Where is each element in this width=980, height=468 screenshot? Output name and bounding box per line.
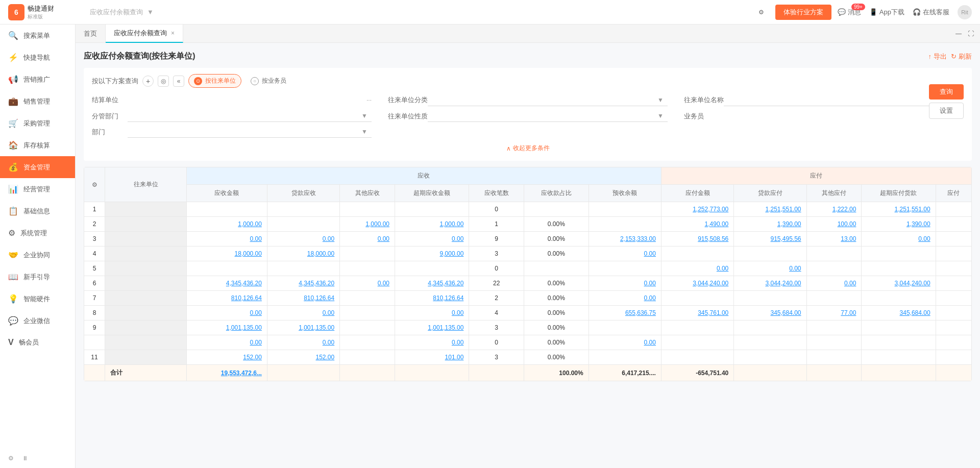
- sidebar-item-capital[interactable]: 💰 资金管理: [0, 156, 75, 178]
- table-cell[interactable]: 345,761.00: [661, 306, 733, 321]
- table-cell[interactable]: 1,390.00: [862, 217, 936, 232]
- settlement-input[interactable]: ···: [128, 96, 372, 104]
- table-cell[interactable]: 0.00: [340, 276, 395, 291]
- table-cell[interactable]: 0.00: [806, 276, 862, 291]
- table-cell[interactable]: 3,044,240.00: [862, 276, 936, 291]
- table-cell[interactable]: 0.00: [589, 276, 661, 291]
- table-cell[interactable]: 0.00: [395, 232, 469, 247]
- table-cell[interactable]: 3,044,240.00: [734, 276, 806, 291]
- table-cell[interactable]: 100.00: [806, 217, 862, 232]
- table-cell[interactable]: 345,684.00: [734, 306, 806, 321]
- filter-add-button[interactable]: +: [142, 76, 154, 87]
- sidebar-item-guide[interactable]: 📖 新手引导: [0, 266, 75, 288]
- sidebar-item-system[interactable]: ⚙ 系统管理: [0, 222, 75, 244]
- footer-receivable-amount[interactable]: 19,553,472,6...: [187, 365, 267, 381]
- sidebar-item-enterprise[interactable]: 🤝 企业协同: [0, 244, 75, 266]
- table-cell[interactable]: 810,126.64: [395, 291, 469, 306]
- table-cell[interactable]: 1,251,551.00: [862, 202, 936, 217]
- table-cell[interactable]: 3,044,240.00: [661, 276, 733, 291]
- table-cell[interactable]: 915,508.56: [661, 232, 733, 247]
- table-cell[interactable]: 0.00: [589, 335, 661, 350]
- table-cell[interactable]: 0.00: [589, 291, 661, 306]
- sidebar-item-vip[interactable]: V 畅会员: [0, 332, 75, 353]
- table-cell[interactable]: 0.00: [589, 247, 661, 261]
- table-cell[interactable]: 655,636.75: [589, 306, 661, 321]
- col-settings[interactable]: ⚙: [84, 167, 105, 202]
- table-cell[interactable]: 101.00: [395, 350, 469, 365]
- table-cell[interactable]: 1,000.00: [187, 217, 267, 232]
- table-cell[interactable]: 1,000.00: [340, 217, 395, 232]
- collapse-button[interactable]: ∧ 收起更多条件: [92, 142, 964, 155]
- sidebar-bottom-settings[interactable]: ⚙: [8, 455, 14, 462]
- sidebar-item-search[interactable]: 🔍 搜索菜单: [0, 24, 75, 46]
- sidebar-item-inventory[interactable]: 🏠 库存核算: [0, 134, 75, 156]
- table-cell[interactable]: 1,490.00: [661, 217, 733, 232]
- filter-settings-button[interactable]: ◎: [158, 76, 169, 87]
- salesman-input[interactable]: ···: [720, 113, 964, 120]
- table-cell[interactable]: 4,345,436.20: [395, 276, 469, 291]
- sidebar-item-marketing[interactable]: 📢 营销推广: [0, 68, 75, 90]
- table-settings-icon[interactable]: ⚙: [89, 180, 100, 190]
- table-cell[interactable]: 0.00: [267, 232, 339, 247]
- table-cell[interactable]: 0.00: [395, 306, 469, 321]
- filter-option-partner[interactable]: ⊙ 按往来单位: [188, 74, 241, 88]
- table-cell[interactable]: 1,251,551.00: [734, 202, 806, 217]
- filter-collapse-button[interactable]: «: [173, 76, 184, 87]
- table-cell[interactable]: 152.00: [187, 350, 267, 365]
- table-cell[interactable]: 915,495.56: [734, 232, 806, 247]
- table-cell[interactable]: 1,222.00: [806, 202, 862, 217]
- table-cell[interactable]: 810,126.64: [187, 291, 267, 306]
- table-cell[interactable]: 4,345,436.20: [187, 276, 267, 291]
- table-cell[interactable]: 152.00: [267, 350, 339, 365]
- table-cell[interactable]: 0.00: [267, 306, 339, 321]
- export-button[interactable]: ↑ 导出: [928, 52, 947, 61]
- table-cell[interactable]: 345,684.00: [862, 306, 936, 321]
- settings-icon[interactable]: ⚙: [754, 5, 769, 20]
- sidebar-bottom-pause[interactable]: ⏸: [22, 455, 28, 462]
- tab-query[interactable]: 应收应付余额查询 ×: [106, 24, 183, 43]
- table-cell[interactable]: 18,000.00: [187, 247, 267, 261]
- table-cell[interactable]: 77.00: [806, 306, 862, 321]
- dept-select[interactable]: ▼: [128, 110, 372, 122]
- table-cell[interactable]: 9,000.00: [395, 247, 469, 261]
- table-cell[interactable]: 0.00: [661, 261, 733, 276]
- partner-name-input[interactable]: [724, 94, 964, 106]
- sidebar-item-base[interactable]: 📋 基础信息: [0, 200, 75, 222]
- app-download-item[interactable]: 📱 App下载: [869, 8, 904, 17]
- sidebar-item-wechat[interactable]: 💬 企业微信: [0, 310, 75, 332]
- table-cell[interactable]: 1,252,773.00: [661, 202, 733, 217]
- sidebar-item-nav[interactable]: ⚡ 快捷导航: [0, 46, 75, 68]
- table-cell[interactable]: 1,001,135.00: [395, 321, 469, 335]
- table-cell[interactable]: 0.00: [395, 335, 469, 350]
- partner-category-select[interactable]: ▼: [428, 94, 668, 106]
- tab-home[interactable]: 首页: [76, 24, 106, 43]
- tab-close-icon[interactable]: ×: [171, 30, 175, 37]
- sidebar-item-operations[interactable]: 📊 经营管理: [0, 178, 75, 200]
- table-cell[interactable]: 2,153,333.00: [589, 232, 661, 247]
- sidebar-item-purchase[interactable]: 🛒 采购管理: [0, 112, 75, 134]
- table-cell[interactable]: 1,001,135.00: [267, 321, 339, 335]
- query-button[interactable]: 查询: [929, 84, 964, 100]
- table-cell[interactable]: 0.00: [187, 232, 267, 247]
- filter-option-salesman[interactable]: ○ 按业务员: [246, 75, 291, 87]
- tab-maximize-icon[interactable]: ⛶: [968, 30, 974, 37]
- table-cell[interactable]: 18,000.00: [267, 247, 339, 261]
- table-cell[interactable]: 0.00: [187, 306, 267, 321]
- table-cell[interactable]: 4,345,436.20: [267, 276, 339, 291]
- partner-type-select[interactable]: ▼: [428, 110, 668, 122]
- promo-button[interactable]: 体验行业方案: [775, 5, 831, 20]
- sidebar-item-sales[interactable]: 💼 销售管理: [0, 90, 75, 112]
- table-cell[interactable]: 13.00: [806, 232, 862, 247]
- message-item[interactable]: 💬 消息 99+: [838, 8, 861, 17]
- table-cell[interactable]: 0.00: [267, 335, 339, 350]
- table-cell[interactable]: 0.00: [340, 232, 395, 247]
- table-cell[interactable]: 810,126.64: [267, 291, 339, 306]
- department-select[interactable]: ▼: [128, 126, 372, 138]
- online-service-item[interactable]: 🎧 在线客服: [913, 8, 949, 17]
- user-avatar[interactable]: Rit: [958, 5, 972, 19]
- table-cell[interactable]: 0.00: [187, 335, 267, 350]
- tab-minimize-icon[interactable]: —: [955, 30, 962, 37]
- filter-settings-btn[interactable]: 设置: [929, 103, 964, 119]
- sidebar-item-hardware[interactable]: 💡 智能硬件: [0, 288, 75, 310]
- table-cell[interactable]: 1,390.00: [734, 217, 806, 232]
